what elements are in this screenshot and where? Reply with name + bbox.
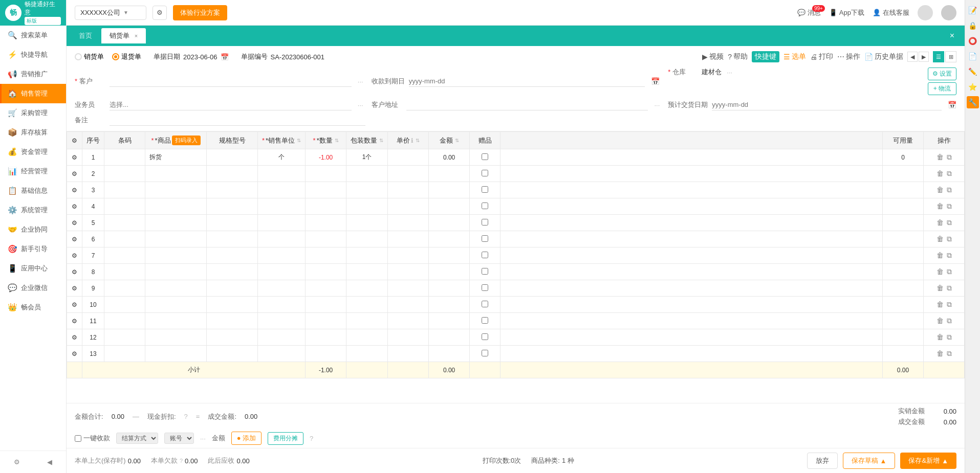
expense-split-button[interactable]: 费用分摊 xyxy=(268,432,303,445)
row-price[interactable] xyxy=(388,198,429,215)
row-product[interactable] xyxy=(145,280,207,297)
sidebar-item-sales[interactable]: 🏠 销售管理 xyxy=(0,84,66,103)
row-price[interactable] xyxy=(388,280,429,297)
settlement-select[interactable]: 结算方式 xyxy=(116,433,158,444)
one-click-checkbox[interactable] xyxy=(75,435,81,442)
abandon-button[interactable]: 放弃 xyxy=(807,453,838,469)
row-config[interactable]: ⚙ xyxy=(67,247,82,264)
sidebar-item-apps[interactable]: 📱 应用中心 xyxy=(0,259,66,278)
row-config[interactable]: ⚙ xyxy=(67,231,82,247)
salesman-dots[interactable]: ··· xyxy=(358,101,363,109)
row-copy-icon[interactable]: ⧉ xyxy=(947,349,952,358)
row-price[interactable] xyxy=(388,313,429,329)
row-config[interactable]: ⚙ xyxy=(67,182,82,198)
view-list[interactable]: ☰ xyxy=(933,51,944,62)
message-button[interactable]: 💬 消息 99+ xyxy=(797,8,821,17)
row-gift[interactable] xyxy=(470,231,500,247)
select-button[interactable]: ☰ 选单 xyxy=(783,52,806,61)
expense-help-icon[interactable]: ? xyxy=(310,435,313,442)
row-product[interactable]: 拆货 xyxy=(145,149,207,166)
logistics-button[interactable]: + 物流 xyxy=(928,82,956,95)
customer-addr-input[interactable] xyxy=(406,99,648,110)
warehouse-dots[interactable]: ··· xyxy=(727,69,732,76)
row-copy-icon[interactable]: ⧉ xyxy=(947,218,952,227)
row-gift[interactable] xyxy=(470,346,500,362)
account-select[interactable]: 账号 xyxy=(164,433,194,444)
sidebar-settings-btn[interactable]: ⚙ xyxy=(11,455,23,469)
row-price[interactable] xyxy=(388,215,429,231)
row-config[interactable]: ⚙ xyxy=(67,166,82,182)
row-product[interactable] xyxy=(145,247,207,264)
right-panel-edit[interactable]: ✏️ xyxy=(967,65,979,78)
row-delete-icon[interactable]: 🗑 xyxy=(937,251,944,260)
row-gift[interactable] xyxy=(470,264,500,280)
row-barcode[interactable] xyxy=(104,215,145,231)
right-panel-circle[interactable]: ⭕ xyxy=(967,35,979,47)
sidebar-item-system[interactable]: ⚙️ 系统管理 xyxy=(0,200,66,220)
row-qty[interactable] xyxy=(306,198,346,215)
nav-next[interactable]: ▶ xyxy=(919,52,929,62)
row-qty[interactable]: -1.00 xyxy=(306,149,346,166)
row-spec[interactable] xyxy=(207,297,258,313)
row-copy-icon[interactable]: ⧉ xyxy=(947,169,952,178)
row-qty[interactable] xyxy=(306,346,346,362)
row-copy-icon[interactable]: ⧉ xyxy=(947,300,952,309)
row-qty[interactable] xyxy=(306,264,346,280)
row-copy-icon[interactable]: ⧉ xyxy=(947,235,952,243)
row-copy-icon[interactable]: ⧉ xyxy=(947,202,952,211)
row-copy-icon[interactable]: ⧉ xyxy=(947,333,952,342)
row-delete-icon[interactable]: 🗑 xyxy=(937,235,944,243)
nav-prev[interactable]: ◀ xyxy=(907,52,918,62)
right-panel-lock[interactable]: 🔒 xyxy=(967,19,979,32)
row-gift[interactable] xyxy=(470,329,500,346)
view-grid[interactable]: ⊞ xyxy=(945,51,956,62)
shortcut-button[interactable]: 快捷键 xyxy=(752,51,779,62)
row-barcode[interactable] xyxy=(104,313,145,329)
sidebar-item-finance[interactable]: 💰 资金管理 xyxy=(0,142,66,162)
row-barcode[interactable] xyxy=(104,264,145,280)
row-copy-icon[interactable]: ⧉ xyxy=(947,186,952,194)
date-value[interactable]: 2023-06-06 xyxy=(183,53,217,61)
expected-date-calendar-icon[interactable]: 📅 xyxy=(948,101,956,109)
sidebar-item-wechat[interactable]: 💬 企业微信 xyxy=(0,278,66,298)
add-button[interactable]: ● 添加 xyxy=(231,432,262,445)
row-gift[interactable] xyxy=(470,215,500,231)
row-delete-icon[interactable]: 🗑 xyxy=(937,218,944,227)
owing-help-icon[interactable]: ? xyxy=(180,458,183,464)
row-spec[interactable] xyxy=(207,329,258,346)
row-price[interactable] xyxy=(388,297,429,313)
save-draft-button[interactable]: 保存草稿 ▲ xyxy=(843,453,896,469)
sidebar-item-member[interactable]: 👑 畅会员 xyxy=(0,298,66,317)
row-price[interactable] xyxy=(388,149,429,166)
video-button[interactable]: ▶ 视频 xyxy=(702,52,724,61)
scan-button[interactable]: 扫码录入 xyxy=(172,136,201,145)
row-spec[interactable] xyxy=(207,166,258,182)
row-product[interactable] xyxy=(145,313,207,329)
one-click-payment-check[interactable]: 一键收款 xyxy=(75,434,110,443)
row-copy-icon[interactable]: ⧉ xyxy=(947,251,952,260)
calendar-icon[interactable]: 📅 xyxy=(221,53,229,61)
row-spec[interactable] xyxy=(207,280,258,297)
row-spec[interactable] xyxy=(207,215,258,231)
save-new-button[interactable]: 保存&新增 ▲ xyxy=(900,453,956,469)
operation-button[interactable]: ⋯ 操作 xyxy=(837,52,860,61)
row-qty[interactable] xyxy=(306,329,346,346)
row-copy-icon[interactable]: ⧉ xyxy=(947,317,952,325)
row-price[interactable] xyxy=(388,247,429,264)
row-gift[interactable] xyxy=(470,149,500,166)
row-spec[interactable] xyxy=(207,231,258,247)
row-delete-icon[interactable]: 🗑 xyxy=(937,169,944,178)
th-config[interactable]: ⚙ xyxy=(67,132,82,149)
row-gift[interactable] xyxy=(470,280,500,297)
sidebar-item-basic[interactable]: 📋 基础信息 xyxy=(0,181,66,200)
row-gift[interactable] xyxy=(470,297,500,313)
row-barcode[interactable] xyxy=(104,182,145,198)
row-price[interactable] xyxy=(388,346,429,362)
due-date-input[interactable] xyxy=(409,76,645,87)
row-barcode[interactable] xyxy=(104,149,145,166)
row-price[interactable] xyxy=(388,182,429,198)
row-qty[interactable] xyxy=(306,215,346,231)
tab-home[interactable]: 首页 xyxy=(71,28,100,43)
row-barcode[interactable] xyxy=(104,166,145,182)
row-config[interactable]: ⚙ xyxy=(67,215,82,231)
